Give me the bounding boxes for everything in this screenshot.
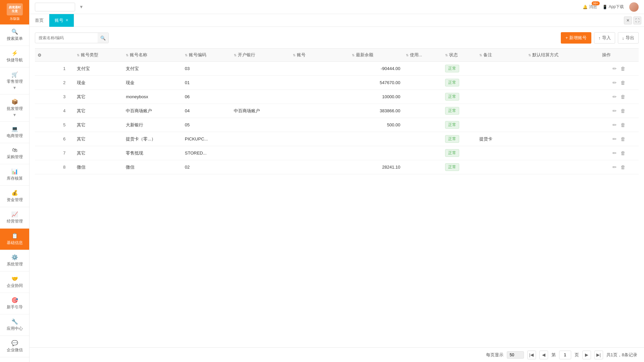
status-badge: 正常 — [445, 107, 459, 115]
tab-close-button[interactable]: ✕ — [65, 18, 68, 22]
status-badge: 正常 — [445, 149, 459, 157]
row-use — [403, 62, 442, 76]
app-download-button[interactable]: 📱 App下载 — [602, 4, 624, 10]
sidebar-item-shortcut[interactable]: ⚡ 快捷导航 — [0, 46, 29, 67]
import-button[interactable]: ↑ 导入 — [594, 32, 615, 44]
row-status: 正常 — [442, 90, 477, 104]
sidebar-item-operation[interactable]: 📈 经营管理 — [0, 207, 29, 229]
logo-box: 易境通时生意 — [7, 3, 23, 15]
row-default — [526, 146, 599, 160]
sidebar-item-guide[interactable]: 🎯 新手引导 — [0, 293, 29, 314]
sidebar-item-retail[interactable]: 🛒 零售管理 ▼ — [0, 67, 29, 95]
row-name: moneybosx — [123, 90, 182, 104]
sidebar-item-enterprise-wechat[interactable]: 💬 企业微信 — [0, 336, 29, 357]
sidebar-item-member[interactable]: 👥 畅会员 — [0, 357, 29, 362]
row-num: 6 — [55, 132, 74, 146]
row-num: 1 — [55, 62, 74, 76]
column-note[interactable]: ⇅备注 — [477, 49, 526, 62]
delete-button[interactable]: 🗑 — [619, 79, 627, 86]
column-account[interactable]: ⇅账号 — [290, 49, 349, 62]
chevron-down-icon: ▼ — [13, 85, 17, 90]
message-button[interactable]: 🔔 消息 99+ — [583, 4, 597, 10]
column-default[interactable]: ⇅默认结算方式 — [526, 49, 599, 62]
row-note — [477, 90, 526, 104]
column-type[interactable]: ⇅账号类型 — [74, 49, 123, 62]
logo-subtitle: 乐版版 — [10, 16, 20, 21]
import-label: 导入 — [602, 35, 611, 41]
edit-button[interactable]: ✏ — [611, 65, 618, 72]
sidebar-item-purchase[interactable]: 🛍 采购管理 — [0, 143, 29, 164]
sidebar-item-wholesale[interactable]: 📦 批发管理 ▼ — [0, 95, 29, 122]
row-settings — [35, 76, 55, 90]
edit-button[interactable]: ✏ — [611, 79, 618, 86]
delete-button[interactable]: 🗑 — [619, 164, 627, 171]
edit-button[interactable]: ✏ — [611, 135, 618, 143]
first-page-button[interactable]: |◀ — [527, 351, 536, 359]
sidebar-item-ecommerce[interactable]: 💻 电商管理 — [0, 122, 29, 143]
search-input[interactable] — [35, 34, 98, 42]
row-account — [290, 160, 349, 174]
delete-button[interactable]: 🗑 — [619, 107, 627, 114]
target-icon: 🎯 — [11, 297, 18, 303]
sidebar-item-system[interactable]: ⚙️ 系统管理 — [0, 250, 29, 272]
settings-icon[interactable]: ⚙ — [38, 53, 42, 58]
row-code: 01 — [182, 76, 231, 90]
edit-button[interactable]: ✏ — [611, 164, 618, 171]
edit-button[interactable]: ✏ — [611, 121, 618, 129]
delete-button[interactable]: 🗑 — [619, 121, 627, 128]
column-bank[interactable]: ⇅开户银行 — [231, 49, 290, 62]
row-account — [290, 62, 349, 76]
table-header-row: ⚙ ⇅账号类型 ⇅账号名称 ⇅账号编码 ⇅开户银行 — [35, 49, 639, 62]
sidebar-item-label: 电商管理 — [7, 133, 23, 139]
add-account-button[interactable]: + 新增账号 — [561, 32, 591, 44]
export-label: 导出 — [626, 35, 634, 41]
prev-page-button[interactable]: ◀ — [539, 351, 548, 359]
user-avatar[interactable] — [629, 2, 639, 12]
row-code: PICKUPC... — [182, 132, 231, 146]
top-search-input[interactable] — [35, 3, 75, 11]
tab-home[interactable]: 首页 — [30, 14, 49, 27]
edit-button[interactable]: ✏ — [611, 107, 618, 115]
sidebar-item-inventory[interactable]: 📊 库存核算 — [0, 164, 29, 186]
delete-button[interactable]: 🗑 — [619, 65, 627, 72]
column-settings[interactable]: ⚙ — [35, 49, 55, 62]
column-use[interactable]: ⇅使用... — [403, 49, 442, 62]
dropdown-arrow-icon[interactable]: ▼ — [79, 4, 84, 9]
sidebar-item-finance[interactable]: 💰 资金管理 — [0, 186, 29, 207]
sidebar-item-app-center[interactable]: 🔧 应用中心 — [0, 314, 29, 336]
column-status[interactable]: ⇅状态 — [442, 49, 477, 62]
next-page-button[interactable]: ▶ — [582, 351, 591, 359]
column-code[interactable]: ⇅账号编码 — [182, 49, 231, 62]
tab-account[interactable]: 账号 ✕ — [49, 14, 74, 27]
export-button[interactable]: ↓ 导出 — [618, 32, 639, 44]
sidebar-item-agreement[interactable]: 🤝 企业协同 — [0, 272, 29, 293]
edit-button[interactable]: ✏ — [611, 93, 618, 101]
edit-button[interactable]: ✏ — [611, 149, 618, 157]
delete-button[interactable]: 🗑 — [619, 135, 627, 142]
row-status: 正常 — [442, 146, 477, 160]
table-row: 8 微信 微信 02 28241.10 正常 ✏ 🗑 — [35, 160, 639, 174]
tab-close-all-button[interactable]: ✕ — [624, 16, 632, 24]
delete-button[interactable]: 🗑 — [619, 93, 627, 100]
page-input[interactable] — [559, 351, 571, 359]
row-status: 正常 — [442, 160, 477, 174]
column-name[interactable]: ⇅账号名称 — [123, 49, 182, 62]
sidebar-item-label: 库存核算 — [7, 176, 23, 181]
search-button[interactable]: 🔍 — [98, 33, 108, 43]
sidebar-item-label: 基础信息 — [7, 240, 23, 246]
row-status: 正常 — [442, 62, 477, 76]
search-icon: 🔍 — [11, 28, 18, 35]
sidebar-item-basic[interactable]: 📋 基础信息 — [0, 229, 29, 250]
sidebar-item-search[interactable]: 🔍 搜索菜单 — [0, 24, 29, 46]
column-balance[interactable]: ⇅最新余额 — [349, 49, 403, 62]
delete-button[interactable]: 🗑 — [619, 149, 627, 157]
row-bank: 中百商场账户 — [231, 104, 290, 118]
row-note — [477, 160, 526, 174]
status-badge: 正常 — [445, 65, 459, 72]
tab-maximize-button[interactable]: ⛶ — [633, 16, 641, 24]
row-num: 7 — [55, 146, 74, 160]
table-row: 7 其它 零售抵现 STORED... 正常 ✏ 🗑 — [35, 146, 639, 160]
row-use — [403, 118, 442, 132]
page-size-select[interactable]: 50 100 200 — [507, 351, 524, 359]
last-page-button[interactable]: ▶| — [594, 351, 603, 359]
